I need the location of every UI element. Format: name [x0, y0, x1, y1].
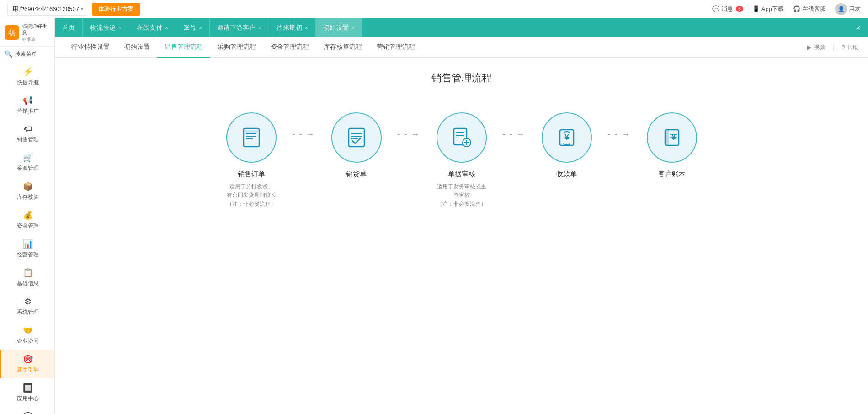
headset-icon: 🎧 — [793, 5, 800, 12]
nav-tab-payment[interactable]: 在线支付× — [129, 18, 176, 37]
arrow-dots-1: - - → — [293, 130, 315, 139]
nav-tab-invite[interactable]: 邀请下游客户× — [210, 18, 269, 37]
arrow-dots-2: - - → — [398, 130, 421, 139]
logo-icon: 畅 — [5, 25, 19, 40]
finance-icon: 💰 — [23, 210, 33, 220]
nav-tab-label-account: 账号 — [183, 24, 196, 32]
nav-tab-period[interactable]: 往来期初× — [269, 18, 316, 37]
search-icon: 🔍 — [5, 50, 12, 58]
top-bar-left: 用户690企业1660120507 ▾ 体验行业方案 — [7, 3, 140, 16]
app-center-label: 应用中心 — [17, 395, 39, 403]
sidebar-item-system[interactable]: ⚙ 系统管理 — [0, 292, 54, 321]
sidebar-logo: 畅 畅捷通好生意 标准版 — [0, 18, 54, 47]
nav-tab-label-invite: 邀请下游客户 — [217, 24, 256, 32]
svg-text:畅: 畅 — [8, 29, 16, 37]
sidebar-item-app-center[interactable]: 🔲 应用中心 — [0, 378, 54, 407]
receipt-circle[interactable]: ¥ — [542, 112, 592, 163]
sidebar-item-enterprise[interactable]: 🤝 企业协同 — [0, 321, 54, 350]
arrow-dots-4: - - → — [608, 130, 631, 139]
messages-button[interactable]: 💬 消息 6 — [712, 5, 743, 13]
flow-item-sales-order: 销售订单 适用于分批发货、有合同发货周期较长（注：非必要流程） — [210, 112, 293, 209]
svg-rect-6 — [245, 130, 258, 133]
search-bar[interactable]: 🔍 搜索菜单 — [0, 47, 54, 62]
flow-label-sales-order: 销售订单 — [238, 170, 265, 179]
video-help-button[interactable]: ▶ 视频 — [807, 43, 825, 52]
app-center-icon: 🔲 — [23, 383, 33, 393]
sub-tab-purchase-flow[interactable]: 采购管理流程 — [210, 37, 263, 58]
flow-item-delivery: 销货单 — [315, 112, 398, 182]
nav-tab-close-period[interactable]: × — [305, 25, 308, 31]
nav-tab-close-logistics[interactable]: × — [118, 25, 122, 31]
delivery-circle[interactable] — [331, 112, 382, 163]
account-book-circle[interactable]: ¥ — [647, 112, 697, 163]
trial-button[interactable]: 体验行业方案 — [92, 3, 140, 16]
flow-arrow-3: - - → — [503, 130, 526, 139]
messages-badge: 6 — [736, 6, 743, 12]
nav-tab-label-home: 首页 — [62, 24, 75, 32]
sidebar-item-basic-info[interactable]: 📋 基础信息 — [0, 263, 54, 292]
app-download-button[interactable]: 📱 App下载 — [752, 5, 784, 13]
sub-tab-inventory-calc[interactable]: 库存核算流程 — [316, 37, 369, 58]
marketing-label: 营销推广 — [17, 107, 39, 115]
nav-tab-close-account[interactable]: × — [199, 25, 202, 31]
sales-label: 销售管理 — [17, 136, 39, 143]
sub-tabs-right: ▶ 视频 | ? 帮助 — [807, 43, 859, 52]
nav-tab-close-payment[interactable]: × — [165, 25, 168, 31]
flow-container: 销售订单 适用于分批发货、有合同发货周期较长（注：非必要流程） - - → — [64, 112, 859, 209]
chevron-down-icon: ▾ — [81, 6, 83, 11]
sidebar-item-inventory[interactable]: 📦 库存核算 — [0, 177, 54, 206]
nav-tab-logistics[interactable]: 物流快递× — [83, 18, 129, 37]
operations-label: 经营管理 — [17, 251, 39, 259]
flow-item-audit: 单据审核 适用于财务审核或主管审核（注：非必要流程） — [421, 112, 503, 209]
nav-tab-label-logistics: 物流快递 — [90, 24, 116, 32]
sub-tab-label-marketing-flow: 营销管理流程 — [377, 43, 415, 50]
nav-tab-setup[interactable]: 初始设置× — [316, 18, 362, 37]
sub-tab-marketing-flow[interactable]: 营销管理流程 — [369, 37, 422, 58]
nav-tab-home[interactable]: 首页 — [55, 18, 83, 37]
system-label: 系统管理 — [17, 308, 39, 316]
help-icon: ? — [842, 44, 845, 51]
svg-rect-21 — [665, 130, 669, 145]
sidebar-item-guide[interactable]: 🎯 新手引导 — [0, 350, 54, 378]
nav-tab-label-payment: 在线支付 — [137, 24, 162, 32]
logo-main: 畅捷通好生意 — [22, 23, 50, 36]
nav-tab-account[interactable]: 账号× — [176, 18, 210, 37]
nav-tab-close-invite[interactable]: × — [258, 25, 261, 31]
audit-circle[interactable] — [437, 112, 487, 163]
sub-tab-label-industry: 行业特性设置 — [71, 43, 110, 50]
flow-label-delivery: 销货单 — [346, 170, 367, 179]
enterprise-label: 企业协同 — [17, 337, 39, 345]
sidebar-item-purchase[interactable]: 🛒 采购管理 — [0, 148, 54, 177]
marketing-icon: 📢 — [23, 96, 33, 106]
nav-tab-label-setup: 初始设置 — [323, 24, 349, 32]
inventory-label: 库存核算 — [17, 193, 39, 201]
logo-sub: 标准版 — [22, 36, 50, 42]
sidebar-item-wechat[interactable]: 💬 企业微信 — [0, 407, 54, 414]
nav-tab-close-setup[interactable]: × — [351, 25, 355, 31]
sidebar: 畅 畅捷通好生意 标准版 🔍 搜索菜单 ⚡ 快捷导航 📢 营销推广 🏷 销售管理… — [0, 18, 55, 414]
sidebar-item-marketing[interactable]: 📢 营销推广 — [0, 91, 54, 120]
sub-tab-industry[interactable]: 行业特性设置 — [64, 37, 117, 58]
user-selector[interactable]: 用户690企业1660120507 ▾ — [7, 3, 88, 16]
sidebar-item-finance[interactable]: 💰 资金管理 — [0, 206, 54, 234]
sub-tab-initial[interactable]: 初始设置 — [117, 37, 157, 58]
user-menu[interactable]: 👤 用友 — [835, 3, 861, 15]
sub-tab-sales-flow[interactable]: 销售管理流程 — [157, 37, 210, 58]
inventory-icon: 📦 — [23, 181, 33, 191]
quick-nav-icon: ⚡ — [23, 67, 33, 77]
guide-label: 新手引导 — [17, 366, 39, 374]
search-label: 搜索菜单 — [15, 50, 37, 58]
sidebar-item-sales[interactable]: 🏷 销售管理 — [0, 120, 54, 148]
help-button[interactable]: ? 帮助 — [842, 43, 859, 52]
sub-tab-label-purchase-flow: 采购管理流程 — [218, 43, 256, 50]
basic-info-icon: 📋 — [23, 268, 33, 278]
close-all-button[interactable]: × — [848, 18, 868, 37]
sidebar-item-quick-nav[interactable]: ⚡ 快捷导航 — [0, 62, 54, 91]
sidebar-item-operations[interactable]: 📊 经营管理 — [0, 234, 54, 263]
arrow-dots-3: - - → — [503, 130, 526, 139]
sub-tab-finance-flow[interactable]: 资金管理流程 — [263, 37, 316, 58]
flow-label-receipt: 收款单 — [556, 170, 577, 179]
sales-order-circle[interactable] — [226, 112, 277, 163]
user-label: 用户690企业1660120507 — [12, 5, 79, 13]
online-service-button[interactable]: 🎧 在线客服 — [793, 5, 826, 13]
